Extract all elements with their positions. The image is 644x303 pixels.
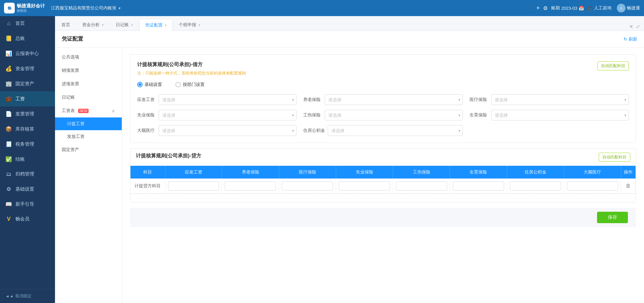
save-bar: 保存: [130, 208, 636, 227]
radio-dept-circle: [175, 82, 181, 87]
close-window-button[interactable]: ✕: [629, 24, 633, 29]
sidebar-item-checkout[interactable]: ✅ 结账: [0, 152, 55, 167]
unemployment-select[interactable]: 请选择: [159, 110, 297, 120]
radio-dept[interactable]: 按部门设置: [175, 82, 205, 88]
add-tab-button[interactable]: +: [536, 5, 540, 12]
page-title: 凭证配置: [62, 36, 83, 43]
tax-icon: 🧾: [5, 141, 12, 147]
credit-section: 计提核算规则(公司承担)-贷方 自动匹配科目 科目 应发工资 养老保险 医疗保险…: [130, 148, 636, 202]
debit-auto-match-button[interactable]: 自动匹配科目: [597, 61, 629, 70]
sub-nav-purchase-invoice[interactable]: 进项发票: [55, 77, 122, 91]
refresh-button[interactable]: ↻ 刷新: [624, 36, 637, 42]
row-action-cell: 🗑: [621, 179, 635, 194]
sidebar-item-invoice[interactable]: 📄 发票管理: [0, 106, 55, 121]
injury-select[interactable]: 请选择: [325, 110, 463, 120]
sub-nav-salary-payment[interactable]: 发放工资: [55, 130, 122, 143]
tab-journal[interactable]: 日记账 ×: [110, 18, 139, 31]
row-housing-input[interactable]: [510, 181, 561, 191]
headset-icon: 🎧: [587, 6, 593, 11]
medical-select[interactable]: 请选择: [491, 94, 629, 105]
maternity-select-wrapper: 请选择 ▾: [491, 110, 629, 120]
tab-bar-right: ✕ ⤢: [629, 24, 644, 31]
company-dropdown-icon[interactable]: ▾: [118, 6, 121, 11]
main-layout: ⌂ 首页 📒 总账 📊 云报表中心 💰 资金管理 🏢 固定资产 💼 工资 📄 发…: [0, 16, 644, 303]
sub-nav: 公共选项 销项发票 进项发票 日记账 工资表 NEW ∨ 计提工资: [55, 48, 122, 303]
sub-nav-journal[interactable]: 日记账: [55, 91, 122, 104]
sidebar: ⌂ 首页 📒 总账 📊 云报表中心 💰 资金管理 🏢 固定资产 💼 工资 📄 发…: [0, 16, 55, 303]
col-salary: 应发工资: [165, 166, 222, 179]
row-pension-input[interactable]: [225, 181, 276, 191]
unemployment-label: 失业保险: [137, 112, 156, 118]
salary-select[interactable]: 请选择: [159, 94, 297, 105]
tab-voucher[interactable]: 凭证配置 ×: [140, 19, 172, 31]
topbar: 畅 畅捷通好会计 旗舰版 江西服宝精品有限责任公司内账张 ▾ + ⚙ 账期 20…: [0, 0, 644, 16]
tab-tax[interactable]: 个税申报 ×: [173, 18, 206, 31]
refresh-icon: ↻: [624, 37, 627, 42]
app-logo: 畅 畅捷通好会计 旗舰版: [4, 3, 45, 13]
row-unemployment-input[interactable]: [339, 181, 390, 191]
pension-label: 养老保险: [303, 97, 322, 103]
service-button[interactable]: 🎧 人工咨询: [587, 5, 611, 11]
sidebar-item-archive[interactable]: 🗂 归档管理: [0, 167, 55, 182]
col-maternity: 生育保险: [450, 166, 507, 179]
logo-icon: 畅: [4, 3, 15, 13]
row-large-medical-cell: [564, 179, 621, 194]
tab-fund-close[interactable]: ×: [102, 23, 104, 27]
maternity-select[interactable]: 请选择: [491, 110, 629, 120]
credit-section-footer: [130, 194, 636, 202]
sidebar-item-ledger[interactable]: 📒 总账: [0, 31, 55, 46]
debit-section-title: 计提核算规则(公司承担)-借方: [137, 61, 246, 68]
sub-nav-salary-accrual[interactable]: 计提工资: [55, 117, 122, 130]
sidebar-item-settings[interactable]: ⚙ 基础设置: [0, 182, 55, 197]
sub-nav-fixed-assets[interactable]: 固定资产: [55, 143, 122, 156]
credit-table: 科目 应发工资 养老保险 医疗保险 失业保险 工伤保险 生育保险 住房公积金 大…: [130, 166, 636, 194]
assets-icon: 🏢: [5, 81, 12, 87]
company-name: 江西服宝精品有限责任公司内账张 ▾: [51, 5, 533, 11]
sidebar-item-home[interactable]: ⌂ 首页: [0, 16, 55, 31]
sidebar-item-guide[interactable]: 📖 新手引导: [0, 197, 55, 212]
medical-label: 医疗保险: [470, 97, 488, 103]
content-area: 首页 资金分析 × 日记账 × 凭证配置 × 个税申报 × ✕ ⤢: [55, 16, 644, 303]
row-maternity-input[interactable]: [453, 181, 504, 191]
row-medical-input[interactable]: [282, 181, 333, 191]
sidebar-item-assets[interactable]: 🏢 固定资产: [0, 76, 55, 91]
delete-row-button[interactable]: 🗑: [626, 183, 631, 189]
sub-nav-sales-invoice[interactable]: 销项发票: [55, 64, 122, 77]
sidebar-item-fund[interactable]: 💰 资金管理: [0, 61, 55, 76]
tab-fund[interactable]: 资金分析 ×: [76, 18, 109, 31]
sub-nav-salary-table[interactable]: 工资表 NEW ∨: [55, 104, 122, 117]
member-icon: V: [5, 216, 12, 222]
maximize-window-button[interactable]: ⤢: [636, 24, 640, 29]
large-medical-select[interactable]: 请选择: [159, 125, 297, 136]
row-salary-input[interactable]: [168, 181, 219, 191]
sidebar-item-tax[interactable]: 🧾 税务管理: [0, 137, 55, 152]
radio-basic[interactable]: 基础设置: [137, 82, 162, 88]
salary-icon: 💼: [5, 96, 12, 102]
field-maternity: 生育保险 请选择 ▾: [470, 110, 629, 120]
sub-nav-public[interactable]: 公共选项: [55, 50, 122, 64]
calendar-icon[interactable]: 📅: [579, 6, 584, 11]
sidebar-item-reports[interactable]: 📊 云报表中心: [0, 46, 55, 61]
cancel-pin-button[interactable]: ◄◄ 取消固定: [0, 289, 55, 303]
sidebar-item-salary[interactable]: 💼 工资: [0, 91, 55, 106]
tab-voucher-close[interactable]: ×: [165, 23, 167, 27]
credit-auto-match-button[interactable]: 自动匹配科目: [599, 153, 630, 162]
tab-tax-close[interactable]: ×: [198, 23, 200, 27]
row-large-medical-input[interactable]: [567, 181, 618, 191]
housing-fund-select[interactable]: 请选择: [328, 125, 463, 136]
debit-section-left: 计提核算规则(公司承担)-借方 注：只能选择一种方式，系统将按照您当前的选择来配…: [137, 61, 246, 82]
row-injury-input[interactable]: [396, 181, 447, 191]
sidebar-item-member[interactable]: V 畅会员: [0, 212, 55, 226]
tab-journal-close[interactable]: ×: [131, 23, 133, 27]
page-header: 凭证配置 ↻ 刷新: [55, 31, 644, 48]
radio-group: 基础设置 按部门设置: [137, 82, 629, 88]
sidebar-item-inventory[interactable]: 📦 库存核算: [0, 121, 55, 137]
save-button[interactable]: 保存: [597, 212, 628, 223]
settings-icon[interactable]: ⚙: [543, 5, 548, 11]
row-unemployment-cell: [336, 179, 393, 194]
tab-home[interactable]: 首页: [56, 18, 76, 31]
field-salary: 应发工资 请选择 ▾: [137, 94, 297, 105]
pension-select[interactable]: 请选择: [325, 94, 463, 105]
form-area: 计提核算规则(公司承担)-借方 注：只能选择一种方式，系统将按照您当前的选择来配…: [122, 48, 644, 303]
user-menu[interactable]: 人 畅捷通: [617, 4, 640, 12]
